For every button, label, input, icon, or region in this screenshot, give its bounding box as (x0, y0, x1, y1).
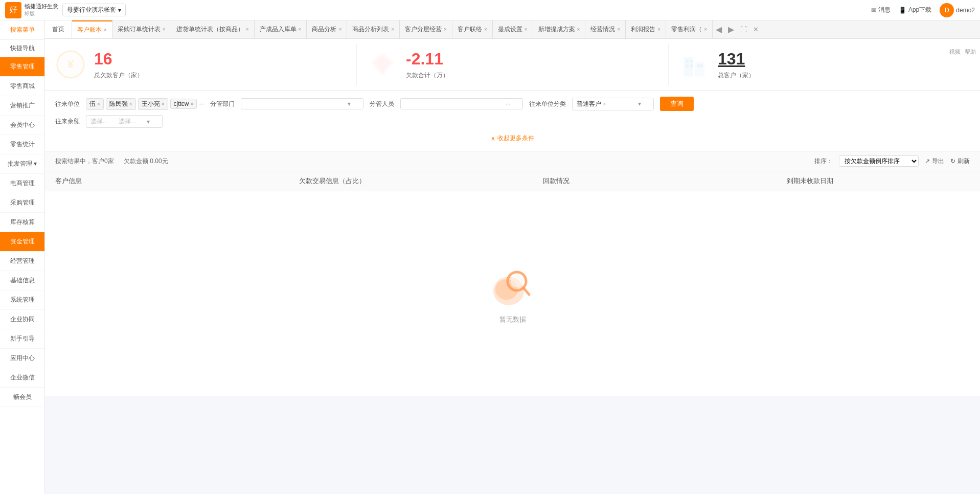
store-selector[interactable]: 母婴行业演示帐套 ▾ (62, 4, 126, 16)
sidebar-item-member[interactable]: 会员中心 (0, 116, 44, 135)
message-button[interactable]: ✉ 消息 (871, 6, 891, 14)
sort-label: 排序： (814, 157, 833, 166)
stat-value-total-customers[interactable]: 131 (718, 49, 755, 69)
tab-close-icon[interactable]: × (444, 27, 447, 32)
tab-close-icon[interactable]: × (704, 27, 707, 32)
stat-help: 视频 帮助 (949, 48, 976, 56)
user-area[interactable]: D demo2 (940, 3, 975, 17)
export-label: 导出 (932, 157, 944, 166)
tab-customer-ledger[interactable]: 客户账本 × (72, 20, 112, 39)
stat-card-debt-amount: -2.11 欠款合计（万） (357, 44, 669, 85)
filter-balance-select[interactable]: 选择... 选择... ▾ (86, 115, 163, 128)
sidebar-item-marketing[interactable]: 营销推广 (0, 96, 44, 116)
tab-product-analysis-list[interactable]: 商品分析列表 × (347, 20, 400, 39)
tag-close-cjttcw[interactable]: × (191, 101, 194, 107)
tag-close-classify[interactable]: × (603, 101, 606, 107)
svg-rect-9 (691, 64, 693, 68)
filter-label-unit: 往来单位 (55, 100, 80, 108)
filter-balance-placeholder: 选择... (90, 117, 108, 126)
sidebar-search[interactable]: 搜索菜单 (0, 20, 44, 40)
sidebar-item-system[interactable]: 系统管理 (0, 290, 44, 310)
tab-stock-in-stats[interactable]: 进货单统计表（按商品） × (171, 20, 255, 39)
tab-fullscreen[interactable]: ⛶ (737, 20, 750, 39)
refresh-button[interactable]: ↻ 刷新 (950, 157, 970, 166)
sidebar-item-purchase[interactable]: 采购管理 (0, 193, 44, 213)
tab-production-stock[interactable]: 产成品入库单 × (255, 20, 307, 39)
tab-profit-report[interactable]: 利润报告 × (626, 20, 666, 39)
sidebar-item-enterprise-wechat[interactable]: 企业微信 (0, 368, 44, 388)
tab-operation-status[interactable]: 经营情况 × (585, 20, 626, 39)
tab-customer-contact[interactable]: 客户联络 × (452, 20, 493, 39)
sidebar-item-new-guide[interactable]: 新手引导 (0, 329, 44, 349)
tab-new-mention[interactable]: 新增提成方案 × (533, 20, 586, 39)
sidebar-item-finance[interactable]: 资金管理 (0, 232, 44, 252)
filter-staff-select[interactable]: ··· (400, 98, 523, 109)
tab-close-icon[interactable]: × (525, 27, 528, 32)
filter-label-balance: 往来余额 (55, 117, 80, 126)
help-link[interactable]: 帮助 (965, 48, 976, 56)
tag-close-wu[interactable]: × (97, 101, 100, 107)
stat-value-debt-amount: -2.11 (406, 49, 449, 69)
tab-close-icon[interactable]: × (299, 27, 302, 32)
sidebar-item-operations[interactable]: 经营管理 (0, 252, 44, 271)
tab-close-icon[interactable]: × (484, 27, 487, 32)
tab-close-icon[interactable]: × (617, 27, 620, 32)
svg-rect-7 (691, 60, 693, 63)
message-icon: ✉ (871, 7, 876, 14)
tab-label: 提成设置 (498, 25, 522, 34)
tab-close-icon[interactable]: × (577, 27, 580, 32)
tab-label: 利润报告 (631, 25, 655, 34)
tab-purchase-order[interactable]: 采购订单统计表 × (112, 20, 171, 39)
tab-close-icon[interactable]: × (657, 27, 660, 32)
export-button[interactable]: ↗ 导出 (925, 157, 944, 166)
data-table: 客户信息 欠款交易信息（占比） 回款情况 到期未收款日期 (45, 171, 980, 396)
sidebar-quick-nav[interactable]: 快捷导航 (0, 40, 44, 57)
tab-label: 新增提成方案 (538, 25, 575, 34)
sidebar-item-retail-shop[interactable]: 零售商城 (0, 77, 44, 96)
sidebar-item-retail-stats[interactable]: 零售统计 (0, 135, 44, 154)
debt-amount-text: 欠款金额 0.00元 (124, 158, 168, 165)
sidebar-item-inventory[interactable]: 库存核算 (0, 213, 44, 232)
sidebar-item-ecommerce[interactable]: 电商管理 (0, 174, 44, 193)
tab-close-icon[interactable]: × (246, 27, 249, 32)
sidebar-item-basics[interactable]: 基础信息 (0, 271, 44, 290)
tab-customer-segment[interactable]: 客户分层经营 × (400, 20, 452, 39)
filter-label-classify: 往来单位分类 (529, 100, 566, 108)
filter-tag-more[interactable]: ··· (199, 100, 204, 107)
stat-value-debt-customers: 16 (94, 49, 143, 69)
table-header: 客户信息 欠款交易信息（占比） 回款情况 到期未收款日期 (45, 171, 980, 191)
tab-nav-prev[interactable]: ◀ (713, 20, 725, 39)
sidebar-item-app-center[interactable]: 应用中心 (0, 349, 44, 368)
tab-close-icon[interactable]: × (163, 27, 166, 32)
avatar: D (940, 3, 954, 17)
col-overdue-date: 到期未收款日期 (787, 176, 970, 186)
tab-nav-next[interactable]: ▶ (725, 20, 737, 39)
chevron-down-icon: ▾ (147, 118, 150, 125)
tab-mention-settings[interactable]: 提成设置 × (493, 20, 533, 39)
sidebar-item-enterprise-collab[interactable]: 企业协同 (0, 310, 44, 329)
tab-close-icon[interactable]: × (338, 27, 341, 32)
empty-illustration (487, 263, 538, 309)
app-download-button[interactable]: 📱 App下载 (899, 6, 931, 14)
tag-close-wang[interactable]: × (162, 101, 165, 107)
svg-point-15 (511, 275, 523, 287)
tag-close-chen[interactable]: × (129, 101, 132, 107)
sort-select[interactable]: 按欠款金额倒序排序 (839, 155, 919, 167)
video-help-link[interactable]: 视频 (949, 48, 961, 56)
result-actions: 排序： 按欠款金额倒序排序 ↗ 导出 ↻ 刷新 (814, 155, 970, 167)
tab-home[interactable]: 首页 (45, 20, 72, 39)
tab-retail-profit[interactable]: 零售利润（ × (666, 20, 713, 39)
filter-collapse-button[interactable]: ∧ 收起更多条件 (55, 132, 970, 145)
tab-close-icon[interactable]: × (104, 27, 107, 33)
svg-rect-5 (695, 62, 705, 76)
tab-close-all[interactable]: ✕ (750, 20, 762, 39)
sidebar-item-wholesale[interactable]: 批发管理 ▾ (0, 154, 44, 174)
tab-close-icon[interactable]: × (391, 27, 394, 32)
filter-dept-select[interactable]: ▾ (241, 98, 363, 109)
filter-classify-select[interactable]: 普通客户 × ▾ (572, 98, 654, 110)
sidebar-item-retail[interactable]: 零售管理 (0, 57, 44, 77)
query-button[interactable]: 查询 (660, 97, 694, 111)
logo-area: 好 畅捷通好生意 标版 (5, 2, 58, 18)
tab-product-analysis[interactable]: 商品分析 × (307, 20, 347, 39)
sidebar-item-premium[interactable]: 畅会员 (0, 388, 44, 407)
